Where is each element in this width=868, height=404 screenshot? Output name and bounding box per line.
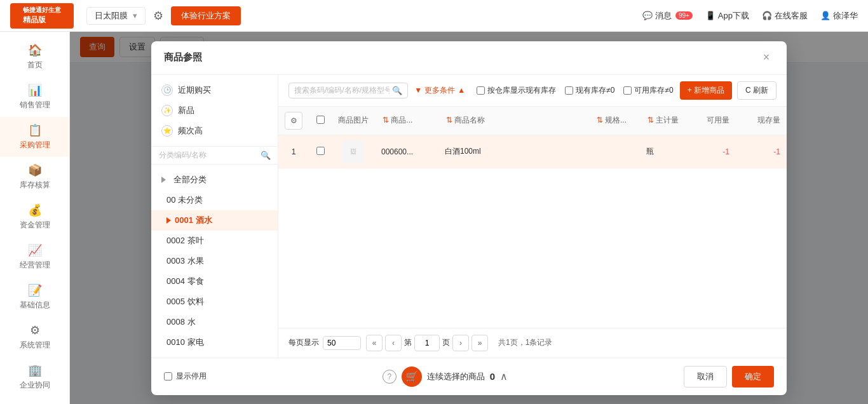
cat-search-input[interactable] <box>159 151 254 159</box>
sidebar-item-sales[interactable]: 📊 销售管理 <box>0 77 69 117</box>
add-product-btn[interactable]: + 新增商品 <box>680 81 732 100</box>
high-freq-label: 频次高 <box>178 125 203 137</box>
star-icon: ⭐ <box>161 125 173 137</box>
first-page-btn[interactable]: « <box>366 335 383 351</box>
sidebar-item-system[interactable]: ⚙ 系统管理 <box>0 317 69 357</box>
notification-badge: 99+ <box>675 11 693 20</box>
sidebar-label-enterprise: 企业协同 <box>20 380 50 391</box>
page-size-wrap: 每页显示 10 20 50 100 <box>288 336 361 350</box>
product-search-input[interactable] <box>294 86 390 95</box>
cat-recent-purchase[interactable]: 🕒 近期购买 <box>151 80 278 100</box>
purchase-icon: 📋 <box>28 123 42 137</box>
filter-stock-ne0-checkbox[interactable] <box>565 86 573 95</box>
cat-all[interactable]: 全部分类 <box>151 170 278 190</box>
sidebar-item-inventory[interactable]: 📦 库存核算 <box>0 157 69 197</box>
selected-text: 连续选择的商品 <box>427 371 485 382</box>
filter-warehouse-text: 按仓库显示现有库存 <box>487 85 556 96</box>
gear-icon[interactable]: ⚙ <box>153 9 163 23</box>
next-page-btn[interactable]: › <box>452 335 469 351</box>
page-input[interactable] <box>414 335 440 351</box>
user-item[interactable]: 👤 徐泽华 <box>820 10 858 22</box>
cat-high-freq[interactable]: ⭐ 频次高 <box>151 121 278 141</box>
sidebar-item-business[interactable]: 📈 经营管理 <box>0 237 69 277</box>
confirm-btn[interactable]: 确定 <box>732 366 774 387</box>
table-row[interactable]: 1 🖼 <box>278 135 787 168</box>
product-thumbnail: 🖼 <box>342 140 365 163</box>
cell-code: 000600... <box>375 135 438 168</box>
online-service-item[interactable]: 🎧 在线客服 <box>762 10 808 22</box>
system-icon: ⚙ <box>30 323 40 337</box>
modal-close-btn[interactable]: × <box>759 50 774 65</box>
cat-0008[interactable]: 0008 水 <box>151 312 278 332</box>
help-icon[interactable]: ? <box>383 370 397 384</box>
th-name[interactable]: ⇅ 商品名称 <box>438 107 589 135</box>
product-name: 白酒100ml <box>445 147 481 156</box>
trial-btn[interactable]: 体验行业方案 <box>171 6 241 25</box>
cat-0002[interactable]: 0002 茶叶 <box>151 231 278 251</box>
col-code-sort-icon: ⇅ <box>383 116 389 125</box>
cell-available: -1 <box>685 135 736 168</box>
sidebar-item-home[interactable]: 🏠 首页 <box>0 37 69 77</box>
sidebar-item-finance[interactable]: 💰 资金管理 <box>0 197 69 237</box>
collapse-icon[interactable]: ∧ <box>500 370 508 382</box>
page-size-select[interactable]: 10 20 50 100 <box>323 336 361 350</box>
basic-icon: 📝 <box>28 283 42 297</box>
cat-0008-label: 0008 水 <box>166 316 196 328</box>
cat-search-icon[interactable]: 🔍 <box>261 151 271 160</box>
filter-available-ne0-label[interactable]: 可用库存≠0 <box>623 85 673 96</box>
cat-0003[interactable]: 0003 水果 <box>151 251 278 271</box>
cat-new-product[interactable]: ✨ 新品 <box>151 100 278 121</box>
prev-page-btn[interactable]: ‹ <box>385 335 402 351</box>
page-total: 共1页，1条记录 <box>498 337 552 348</box>
th-spec[interactable]: ⇅ 规格... <box>589 107 640 135</box>
sidebar-label-home: 首页 <box>27 60 43 71</box>
cat-0010[interactable]: 0010 家电 <box>151 332 278 353</box>
sidebar-label-sales: 销售管理 <box>20 100 50 111</box>
cat-0004-label: 0004 零食 <box>166 276 204 287</box>
th-img: 商品图片 <box>332 107 375 135</box>
modal-title: 商品参照 <box>164 51 202 64</box>
category-panel: 🕒 近期购买 ✨ 新品 ⭐ 频次高 <box>151 75 278 358</box>
modal-header: 商品参照 × <box>151 41 787 75</box>
cart-icon[interactable]: 🛒 <box>402 367 422 387</box>
notification-item[interactable]: 💬 消息 99+ <box>642 10 693 22</box>
filter-warehouse-label[interactable]: 按仓库显示现有库存 <box>477 85 556 96</box>
th-index: ⚙ <box>278 107 309 135</box>
last-page-btn[interactable]: » <box>471 335 488 351</box>
cell-stock: -1 <box>736 135 787 168</box>
show-disabled-checkbox[interactable] <box>164 372 172 380</box>
app-download-item[interactable]: 📱 App下载 <box>705 10 749 22</box>
th-unit[interactable]: ⇅ 主计量 <box>640 107 685 135</box>
filter-stock-ne0-text: 现有库存≠0 <box>576 85 614 96</box>
col-settings-icon[interactable]: ⚙ <box>285 112 302 130</box>
store-selector[interactable]: 日太阳膜 ▾ <box>86 7 146 25</box>
footer-mid: ? 🛒 连续选择的商品 0 ∧ <box>383 367 508 387</box>
filter-icon: ▼ <box>414 86 422 95</box>
cat-00[interactable]: 00 未分类 <box>151 190 278 210</box>
row-checkbox[interactable] <box>316 147 325 155</box>
sidebar-item-enterprise[interactable]: 🏢 企业协同 <box>0 357 69 397</box>
filter-available-ne0-checkbox[interactable] <box>623 86 632 95</box>
cancel-btn[interactable]: 取消 <box>684 366 727 387</box>
filter-more-btn[interactable]: ▼ 更多条件 ▲ <box>414 85 465 96</box>
cat-0001[interactable]: 0001 酒水 <box>151 210 278 231</box>
page-label-post: 页 <box>442 337 450 348</box>
th-code[interactable]: ⇅ 商品... <box>375 107 438 135</box>
sidebar-label-system: 系统管理 <box>20 340 50 351</box>
sidebar-item-basic[interactable]: 📝 基础信息 <box>0 277 69 317</box>
refresh-btn[interactable]: C 刷新 <box>737 81 776 100</box>
filter-stock-ne0-label[interactable]: 现有库存≠0 <box>565 85 614 96</box>
cat-0004[interactable]: 0004 零食 <box>151 271 278 292</box>
sidebar-item-guide[interactable]: 📚 新手引导 <box>0 397 69 404</box>
select-all-checkbox[interactable] <box>316 116 325 124</box>
col-name-label: 商品名称 <box>454 116 485 125</box>
sidebar-item-purchase[interactable]: 📋 采购管理 <box>0 117 69 157</box>
filter-warehouse-checkbox[interactable] <box>477 86 485 95</box>
filter-bar: 🔍 ▼ 更多条件 ▲ 按仓库显示现有库存 <box>278 75 787 107</box>
product-available: -1 <box>722 147 729 156</box>
cell-index: 1 <box>278 135 309 168</box>
cat-0005[interactable]: 0005 饮料 <box>151 292 278 312</box>
show-disabled-label[interactable]: 显示停用 <box>164 371 207 382</box>
product-search-icon[interactable]: 🔍 <box>392 86 402 95</box>
cell-img: 🖼 <box>332 135 375 168</box>
